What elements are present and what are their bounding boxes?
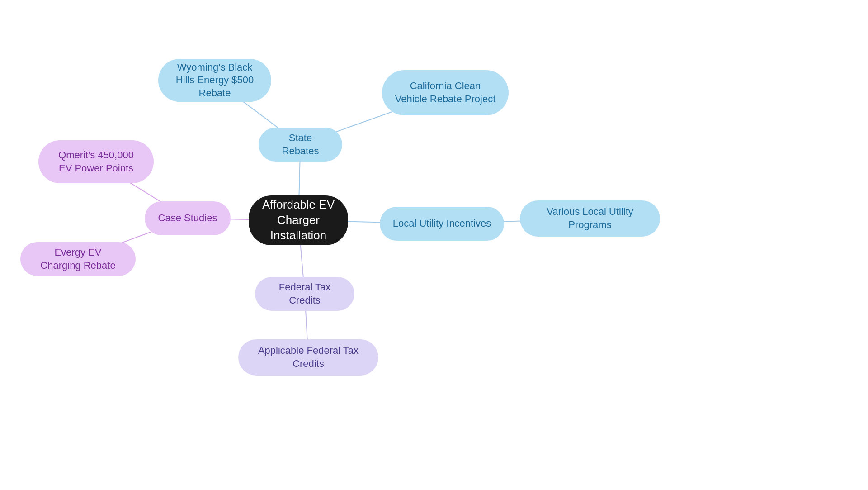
case-studies-node[interactable]: Case Studies bbox=[145, 201, 231, 235]
local-utility-node[interactable]: Local Utility Incentives bbox=[380, 207, 504, 241]
center-node[interactable]: Affordable EV Charger Installation bbox=[249, 195, 348, 245]
wyoming-rebate-node[interactable]: Wyoming's Black Hills Energy $500 Rebate bbox=[158, 59, 271, 102]
california-rebate-label: California Clean Vehicle Rebate Project bbox=[395, 80, 496, 105]
wyoming-rebate-label: Wyoming's Black Hills Energy $500 Rebate bbox=[171, 61, 259, 100]
qmerit-label: Qmerit's 450,000 EV Power Points bbox=[51, 149, 141, 175]
federal-tax-node[interactable]: Federal Tax Credits bbox=[255, 277, 354, 311]
california-rebate-node[interactable]: California Clean Vehicle Rebate Project bbox=[382, 70, 509, 115]
evergy-label: Evergy EV Charging Rebate bbox=[33, 246, 123, 272]
center-label: Affordable EV Charger Installation bbox=[261, 197, 335, 243]
applicable-federal-node[interactable]: Applicable Federal Tax Credits bbox=[238, 339, 378, 376]
evergy-node[interactable]: Evergy EV Charging Rebate bbox=[20, 242, 136, 276]
local-utility-label: Local Utility Incentives bbox=[393, 217, 491, 230]
state-rebates-node[interactable]: State Rebates bbox=[259, 128, 342, 162]
case-studies-label: Case Studies bbox=[158, 212, 217, 225]
qmerit-node[interactable]: Qmerit's 450,000 EV Power Points bbox=[38, 140, 154, 183]
state-rebates-label: State Rebates bbox=[271, 132, 330, 157]
various-utility-node[interactable]: Various Local Utility Programs bbox=[520, 200, 660, 237]
various-utility-label: Various Local Utility Programs bbox=[533, 205, 647, 231]
applicable-federal-label: Applicable Federal Tax Credits bbox=[251, 344, 366, 370]
federal-tax-label: Federal Tax Credits bbox=[268, 281, 342, 307]
